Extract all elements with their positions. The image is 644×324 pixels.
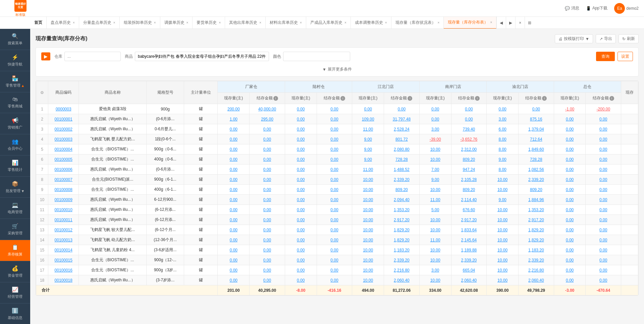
row-f2[interactable]: 0.00 bbox=[250, 134, 285, 144]
row-j2[interactable]: 2,216.80 bbox=[384, 265, 420, 275]
row-y2[interactable]: 2,917.20 bbox=[518, 215, 554, 225]
row-t1[interactable]: 0.00 bbox=[554, 245, 586, 255]
row-code[interactable]: 00100015 bbox=[48, 255, 79, 265]
row-j2[interactable]: 809.20 bbox=[384, 185, 420, 195]
row-l1[interactable]: 0.00 bbox=[285, 195, 317, 205]
tab-prev-btn[interactable]: ◀ bbox=[496, 17, 506, 29]
row-y1[interactable]: 8.00 bbox=[487, 134, 519, 144]
row-n1[interactable]: 9.00 bbox=[419, 175, 451, 185]
row-y2[interactable]: 1,849.60 bbox=[518, 144, 554, 154]
tab-close-yaohuo[interactable]: × bbox=[219, 21, 221, 25]
row-j2[interactable]: 2,339.20 bbox=[384, 255, 420, 265]
row-j2[interactable]: 2,080.80 bbox=[384, 144, 420, 154]
row-l2[interactable]: 0.00 bbox=[317, 205, 352, 215]
row-l2[interactable]: 0.00 bbox=[317, 134, 352, 144]
color-input[interactable] bbox=[283, 52, 350, 61]
row-j1[interactable]: 10.00 bbox=[352, 205, 384, 215]
sidebar-item-base[interactable]: ℹ️ 基础信息 bbox=[0, 304, 30, 324]
row-f1[interactable]: 0.00 bbox=[218, 235, 250, 245]
row-n1[interactable]: 7.00 bbox=[419, 165, 451, 175]
tab-xiancun2[interactable]: 现存量（库存分布表） × bbox=[444, 17, 496, 29]
row-t1[interactable]: 0.00 bbox=[554, 275, 586, 285]
row-j1[interactable]: 10.00 bbox=[352, 215, 384, 225]
row-j2[interactable]: 1,353.20 bbox=[384, 205, 420, 215]
row-y1[interactable]: 10.00 bbox=[487, 235, 519, 245]
row-j1[interactable]: 10.00 bbox=[352, 225, 384, 235]
row-l1[interactable]: 0.00 bbox=[285, 215, 317, 225]
row-y1[interactable]: 10.00 bbox=[487, 175, 519, 185]
export-btn[interactable]: ↗ 导出 bbox=[596, 34, 616, 43]
row-y1[interactable]: 6.00 bbox=[487, 124, 519, 134]
row-n2[interactable]: -3,652.76 bbox=[451, 134, 487, 144]
row-j1[interactable]: 9.00 bbox=[352, 144, 384, 154]
tab-close-diaob[interactable]: × bbox=[186, 21, 189, 25]
tab-fenpandian[interactable]: 分量盘点单历史 × bbox=[79, 17, 120, 29]
row-t1[interactable]: 0.00 bbox=[554, 235, 586, 245]
row-n2[interactable]: 809.20 bbox=[451, 185, 487, 195]
row-f2[interactable]: 0.00 bbox=[250, 215, 285, 225]
row-j2[interactable]: 2,094.40 bbox=[384, 195, 420, 205]
row-y2[interactable]: 1,353.20 bbox=[518, 205, 554, 215]
row-f1[interactable]: 0.00 bbox=[218, 175, 250, 185]
row-t1[interactable]: 0.00 bbox=[554, 225, 586, 235]
tab-close-fenpandian[interactable]: × bbox=[113, 21, 115, 25]
info-icon-f[interactable]: i bbox=[273, 96, 278, 101]
row-j1[interactable]: 11.00 bbox=[352, 165, 384, 175]
query-btn[interactable]: 查询 bbox=[596, 52, 615, 61]
row-l1[interactable]: 0.00 bbox=[285, 255, 317, 265]
row-f2[interactable]: 0.00 bbox=[250, 124, 285, 134]
tab-home[interactable]: 首页 bbox=[30, 17, 47, 29]
row-t1[interactable]: 0.00 bbox=[554, 134, 586, 144]
row-f1[interactable]: 0.00 bbox=[218, 134, 250, 144]
row-t1[interactable]: 0.00 bbox=[554, 265, 586, 275]
row-y2[interactable]: 1,884.96 bbox=[518, 195, 554, 205]
row-j2[interactable]: 31,797.48 bbox=[384, 114, 420, 124]
row-l1[interactable]: 0.00 bbox=[285, 104, 317, 114]
sidebar-item-marketing[interactable]: 📢 营销推广 bbox=[0, 113, 30, 134]
tab-close-qitachu[interactable]: × bbox=[259, 21, 261, 25]
info-icon-t[interactable]: i bbox=[609, 96, 614, 101]
row-l1[interactable]: 0.00 bbox=[285, 235, 317, 245]
row-j2[interactable]: 1,488.52 bbox=[384, 165, 420, 175]
row-l1[interactable]: 0.00 bbox=[285, 175, 317, 185]
row-f2[interactable]: 0.00 bbox=[250, 165, 285, 175]
sidebar-item-nav[interactable]: ⚡ 快捷导航 bbox=[0, 50, 30, 71]
row-y1[interactable]: 10.00 bbox=[487, 255, 519, 265]
row-y1[interactable]: 9.00 bbox=[487, 154, 519, 165]
row-j2[interactable]: 2,060.40 bbox=[384, 275, 420, 285]
row-t1[interactable]: 0.00 bbox=[554, 195, 586, 205]
sidebar-item-manage[interactable]: 📈 经营管理 bbox=[0, 282, 30, 304]
row-f2[interactable]: 0.00 bbox=[250, 275, 285, 285]
row-n2[interactable]: 2,917.20 bbox=[451, 215, 487, 225]
row-l1[interactable]: 0.00 bbox=[285, 265, 317, 275]
sidebar-item-finance[interactable]: 💰 资金管理 bbox=[0, 261, 30, 282]
row-t2[interactable]: 0.00 bbox=[586, 124, 621, 134]
warehouse-input[interactable] bbox=[64, 52, 121, 61]
row-n2[interactable]: 0.00 bbox=[451, 114, 487, 124]
th-settings[interactable]: ⚙ bbox=[36, 81, 48, 104]
row-t2[interactable]: 0.00 bbox=[586, 175, 621, 185]
row-n2[interactable]: 2,339.20 bbox=[451, 255, 487, 265]
row-y1[interactable]: 8.00 bbox=[487, 165, 519, 175]
row-t2[interactable]: 0.00 bbox=[586, 265, 621, 275]
row-j1[interactable]: 10.00 bbox=[352, 275, 384, 285]
row-f2[interactable]: 295.00 bbox=[250, 114, 285, 124]
row-y2[interactable]: 728.28 bbox=[518, 154, 554, 165]
row-n2[interactable]: 739.40 bbox=[451, 124, 487, 134]
row-f1[interactable]: 0.00 bbox=[218, 195, 250, 205]
row-f1[interactable]: 0.00 bbox=[218, 255, 250, 265]
row-j2[interactable]: 801.72 bbox=[384, 134, 420, 144]
row-l2[interactable]: 0.00 bbox=[317, 124, 352, 134]
row-j1[interactable]: 10.00 bbox=[352, 265, 384, 275]
row-f2[interactable]: 0.00 bbox=[250, 245, 285, 255]
row-f2[interactable]: 0.00 bbox=[250, 265, 285, 275]
tab-close-xiancun2[interactable]: × bbox=[490, 20, 492, 24]
row-j1[interactable]: 0.00 bbox=[352, 104, 384, 114]
row-l2[interactable]: 0.00 bbox=[317, 235, 352, 245]
row-t2[interactable]: 0.00 bbox=[586, 235, 621, 245]
row-f2[interactable]: 0.00 bbox=[250, 144, 285, 154]
row-y2[interactable]: 875.16 bbox=[518, 114, 554, 124]
tab-yaohuo[interactable]: 要货单历史 × bbox=[193, 17, 225, 29]
row-n1[interactable]: 10.00 bbox=[419, 185, 451, 195]
row-y2[interactable]: 0.00 bbox=[518, 104, 554, 114]
